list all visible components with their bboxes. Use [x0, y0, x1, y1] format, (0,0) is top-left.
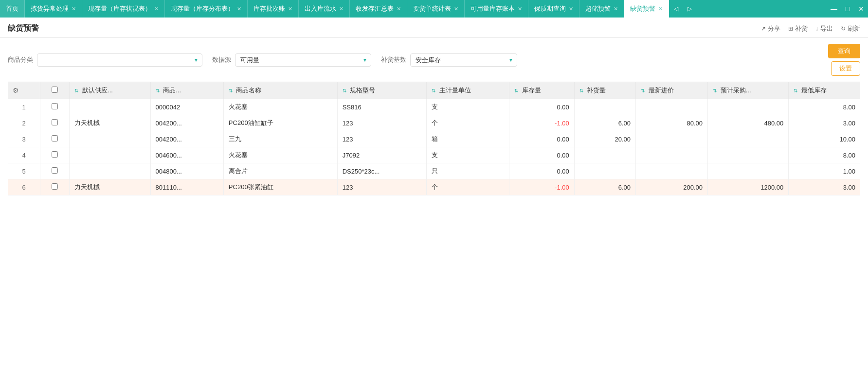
setting-button[interactable]: 设置 — [831, 61, 860, 76]
maximize-btn[interactable]: □ — [841, 0, 854, 18]
table-row: 3 004200... 三九 123 箱 0.00 20.00 10.00 — [8, 131, 860, 147]
th-spec[interactable]: ⇅ 规格型号 — [337, 82, 427, 99]
tab-close-available-ledger[interactable]: ✕ — [518, 6, 522, 12]
th-estimate[interactable]: ⇅ 预计采购... — [708, 82, 789, 99]
th-min-stock[interactable]: ⇅ 最低库存 — [789, 82, 860, 99]
cell-price-1: 80.00 — [636, 115, 708, 131]
category-select-wrapper — [37, 53, 202, 67]
cell-check-1[interactable] — [40, 115, 70, 131]
tab-close-receipt-summary[interactable]: ✕ — [397, 6, 401, 12]
cell-price-2 — [636, 131, 708, 147]
cell-code-3: 004600... — [150, 147, 223, 163]
row-checkbox-5[interactable] — [52, 183, 58, 190]
close-btn[interactable]: ✕ — [854, 0, 868, 18]
share-icon: ↗ — [761, 25, 766, 32]
settings-gear-icon[interactable]: ⚙ — [13, 87, 19, 94]
cell-code-1: 004200... — [150, 115, 223, 131]
tab-close-anomaly[interactable]: ✕ — [72, 6, 76, 12]
th-unit[interactable]: ⇅ 主计量单位 — [427, 82, 509, 99]
tab-inventory-status[interactable]: 现存量（库存状况表） ✕ — [82, 0, 165, 18]
th-price[interactable]: ⇅ 最新进价 — [636, 82, 708, 99]
datasource-select-wrapper: 可用量 — [235, 53, 371, 67]
category-select[interactable] — [37, 53, 202, 67]
cell-spec-4: DS250*23c... — [337, 163, 427, 179]
tab-home[interactable]: 首页 — [0, 0, 25, 18]
cell-spec-1: 123 — [337, 115, 427, 131]
cell-check-4[interactable] — [40, 163, 70, 179]
replenish-icon: ⊞ — [788, 25, 793, 32]
cell-code-0: 0000042 — [150, 99, 223, 115]
cell-estimate-0 — [708, 99, 789, 115]
tab-close-inventory-dist[interactable]: ✕ — [237, 6, 241, 12]
row-checkbox-3[interactable] — [52, 151, 58, 158]
th-code[interactable]: ⇅ 商品... — [150, 82, 223, 99]
row-checkbox-0[interactable] — [52, 103, 58, 109]
cell-estimate-4 — [708, 163, 789, 179]
datasource-filter-group: 数据源 可用量 — [212, 53, 371, 67]
cell-supplier-4 — [70, 163, 150, 179]
tab-expiry-query[interactable]: 保质期查询 ✕ — [528, 0, 579, 18]
tab-receipt-summary[interactable]: 收发存汇总表 ✕ — [350, 0, 407, 18]
cell-replenish-3 — [574, 147, 635, 163]
sort-icon-name: ⇅ — [229, 88, 233, 93]
cell-check-0[interactable] — [40, 99, 70, 115]
row-checkbox-1[interactable] — [52, 119, 58, 125]
minimize-btn[interactable]: — — [827, 0, 841, 18]
cell-unit-5: 个 — [427, 179, 509, 195]
tab-close-inventory-status[interactable]: ✕ — [154, 6, 159, 12]
tab-shortage[interactable]: 缺货预警 ✕ — [624, 0, 669, 18]
tab-order-stats[interactable]: 要货单统计表 ✕ — [407, 0, 465, 18]
tab-close-expiry-query[interactable]: ✕ — [569, 6, 573, 12]
tab-close-order-stats[interactable]: ✕ — [454, 6, 458, 12]
cell-check-3[interactable] — [40, 147, 70, 163]
cell-stock-2: 0.00 — [509, 131, 575, 147]
export-link[interactable]: ↓ 导出 — [815, 24, 833, 33]
cell-price-3 — [636, 147, 708, 163]
cell-code-5: 801110... — [150, 179, 223, 195]
query-button[interactable]: 查询 — [828, 44, 860, 58]
sort-icon-code: ⇅ — [156, 88, 160, 93]
tab-batch-account[interactable]: 库存批次账 ✕ — [248, 0, 299, 18]
th-replenish[interactable]: ⇅ 补货量 — [574, 82, 635, 99]
tab-close-batch-account[interactable]: ✕ — [288, 6, 292, 12]
cell-price-0 — [636, 99, 708, 115]
table-row: 4 004600... 火花塞 J7092 支 0.00 8.00 — [8, 147, 860, 163]
cell-price-5: 200.00 — [636, 179, 708, 195]
th-name[interactable]: ⇅ 商品名称 — [223, 82, 337, 99]
tab-next-btn[interactable]: ▷ — [683, 0, 696, 18]
cell-index-2: 3 — [8, 131, 40, 147]
replenish-basis-select-wrapper: 安全库存 — [410, 53, 517, 67]
cell-check-2[interactable] — [40, 131, 70, 147]
share-link[interactable]: ↗ 分享 — [761, 24, 780, 33]
tab-close-overstock[interactable]: ✕ — [614, 6, 618, 12]
tab-anomaly[interactable]: 拣货异常处理 ✕ — [25, 0, 82, 18]
tab-close-shortage[interactable]: ✕ — [658, 6, 663, 12]
cell-name-0: 火花塞 — [223, 99, 337, 115]
th-supplier[interactable]: ⇅ 默认供应... — [70, 82, 150, 99]
replenish-basis-select[interactable]: 安全库存 — [410, 53, 517, 67]
cell-index-4: 5 — [8, 163, 40, 179]
tab-inventory-dist[interactable]: 现存量（库存分布表） ✕ — [165, 0, 248, 18]
cell-check-5[interactable] — [40, 179, 70, 195]
select-all-checkbox[interactable] — [52, 87, 58, 93]
datasource-select[interactable]: 可用量 — [235, 53, 371, 67]
tab-inout-flow[interactable]: 出入库流水 ✕ — [299, 0, 350, 18]
cell-stock-3: 0.00 — [509, 147, 575, 163]
cell-supplier-2 — [70, 131, 150, 147]
cell-min-stock-5: 3.00 — [789, 179, 860, 195]
th-stock[interactable]: ⇅ 库存量 — [509, 82, 575, 99]
row-checkbox-4[interactable] — [52, 167, 58, 174]
tab-prev-btn[interactable]: ◁ — [669, 0, 683, 18]
datasource-label: 数据源 — [212, 55, 231, 64]
cell-unit-0: 支 — [427, 99, 509, 115]
row-checkbox-2[interactable] — [52, 135, 58, 141]
tab-overstock[interactable]: 超储预警 ✕ — [579, 0, 624, 18]
refresh-link[interactable]: ↻ 刷新 — [841, 24, 860, 33]
th-settings[interactable]: ⚙ — [8, 82, 40, 99]
tab-available-ledger[interactable]: 可用量库存账本 ✕ — [465, 0, 528, 18]
tab-close-inout-flow[interactable]: ✕ — [339, 6, 344, 12]
table-row: 6 力天机械 801110... PC200张紧油缸 123 个 -1.00 6… — [8, 179, 860, 195]
window-buttons: — □ ✕ — [827, 0, 868, 18]
replenish-link[interactable]: ⊞ 补货 — [788, 24, 808, 33]
th-checkbox[interactable] — [40, 82, 70, 99]
